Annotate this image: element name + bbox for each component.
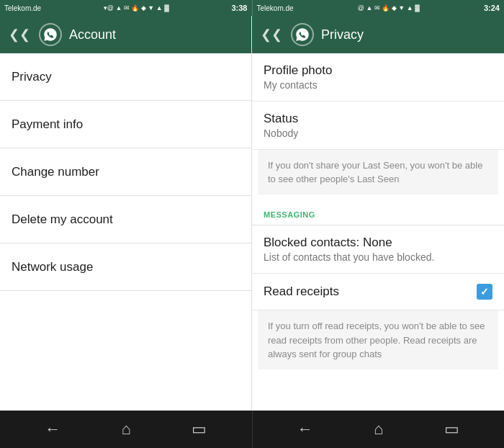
panels-container: ❮❮ Account Privacy Payment info Change n… [0, 16, 504, 411]
right-recent-nav-icon[interactable]: ▭ [444, 420, 459, 439]
left-app-bar: ❮❮ Account [0, 16, 251, 53]
read-receipts-info-box: If you turn off read receipts, you won't… [258, 310, 498, 369]
status-bar-left: Telekom.de ▾@ ▲ ✉ 🔥 ◆ ▼ ▲ ▓ 3:38 [0, 0, 252, 16]
read-receipts-info-text: If you turn off read receipts, you won't… [268, 321, 485, 359]
right-panel-title: Privacy [321, 27, 364, 42]
menu-item-change-number[interactable]: Change number [0, 148, 251, 196]
setting-blocked-contacts[interactable]: Blocked contacts: None List of contacts … [252, 225, 504, 274]
left-whatsapp-icon [39, 23, 62, 46]
right-back-chevron[interactable]: ❮❮ [261, 27, 282, 42]
left-status-icons: ▾@ ▲ ✉ 🔥 ◆ ▼ ▲ ▓ [104, 4, 169, 12]
right-home-nav-icon[interactable]: ⌂ [374, 420, 383, 439]
nav-bar-right: ← ⌂ ▭ [253, 411, 505, 448]
left-panel-title: Account [69, 27, 116, 42]
status-label: Status [264, 112, 492, 126]
status-value: Nobody [264, 127, 492, 139]
last-seen-info-text: If you don't share your Last Seen, you w… [268, 160, 482, 184]
menu-item-network-usage[interactable]: Network usage [0, 243, 251, 291]
right-back-nav-icon[interactable]: ← [297, 420, 313, 439]
menu-item-privacy[interactable]: Privacy [0, 53, 251, 101]
right-panel: ❮❮ Privacy Profile photo My contacts Sta… [252, 16, 504, 411]
profile-photo-value: My contacts [264, 79, 492, 91]
nav-bar: ← ⌂ ▭ ← ⌂ ▭ [0, 411, 504, 448]
blocked-contacts-value: List of contacts that you have blocked. [264, 251, 492, 263]
read-receipts-label: Read receipts [264, 285, 339, 299]
read-receipts-checkbox[interactable] [477, 284, 492, 300]
right-carrier: Telekom.de [257, 4, 294, 12]
status-bar: Telekom.de ▾@ ▲ ✉ 🔥 ◆ ▼ ▲ ▓ 3:38 Telekom… [0, 0, 504, 16]
profile-photo-label: Profile photo [264, 63, 492, 78]
left-back-chevron[interactable]: ❮❮ [9, 27, 30, 42]
blocked-contacts-label: Blocked contacts: None [264, 236, 492, 250]
left-back-nav-icon[interactable]: ← [45, 420, 60, 439]
right-status-icons: @ ▲ ✉ 🔥 ◆ ▼ ▲ ▓ [358, 4, 420, 12]
last-seen-info-box: If you don't share your Last Seen, you w… [258, 150, 498, 194]
messaging-section-header: MESSAGING [252, 200, 504, 225]
nav-bar-left: ← ⌂ ▭ [0, 411, 253, 448]
status-bar-right: Telekom.de @ ▲ ✉ 🔥 ◆ ▼ ▲ ▓ 3:24 [252, 0, 505, 16]
setting-status[interactable]: Status Nobody [252, 102, 504, 150]
left-recent-nav-icon[interactable]: ▭ [192, 420, 207, 439]
right-whatsapp-icon [291, 23, 314, 46]
read-receipts-row: Read receipts [264, 284, 492, 300]
right-app-bar: ❮❮ Privacy [252, 16, 504, 53]
setting-read-receipts[interactable]: Read receipts [252, 274, 504, 310]
left-menu-list: Privacy Payment info Change number Delet… [0, 53, 251, 411]
right-content: Profile photo My contacts Status Nobody … [252, 53, 504, 411]
messaging-header-text: MESSAGING [264, 210, 315, 219]
right-time: 3:24 [484, 4, 500, 12]
menu-item-delete-account[interactable]: Delete my account [0, 196, 251, 243]
left-home-nav-icon[interactable]: ⌂ [122, 420, 131, 439]
menu-item-payment[interactable]: Payment info [0, 101, 251, 148]
left-panel: ❮❮ Account Privacy Payment info Change n… [0, 16, 252, 411]
left-time: 3:38 [231, 4, 247, 12]
setting-profile-photo[interactable]: Profile photo My contacts [252, 53, 504, 102]
left-carrier: Telekom.de [4, 4, 41, 12]
